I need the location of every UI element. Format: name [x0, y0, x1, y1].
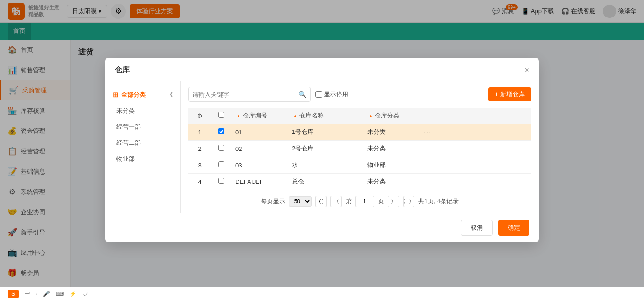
row-actions[interactable]: [419, 141, 531, 157]
modal-body: ⊞ 全部分类 《 未分类 经营一部 经营二部 物业部: [105, 81, 539, 213]
all-categories-header[interactable]: ⊞ 全部分类 《: [105, 87, 180, 103]
all-categories-label: 全部分类: [121, 91, 146, 99]
row-category: 物业部: [363, 157, 419, 174]
row-num: 4: [188, 174, 212, 190]
pagination-next-button[interactable]: 〉: [388, 196, 399, 207]
row-code: DEFAULT: [231, 174, 287, 190]
show-disabled-label: 显示停用: [315, 90, 348, 99]
total-info: 共1页, 4条记录: [418, 197, 459, 206]
modal-close-button[interactable]: ×: [524, 66, 529, 75]
pagination-prev-button[interactable]: 〈: [330, 196, 342, 207]
pagination: 每页显示 50 ⟨⟨ 〈 第 页 〉 〉〉 共1页, 4条记录: [188, 196, 531, 207]
row-name: 2号仓库: [287, 141, 363, 157]
modal-footer: 取消 确定: [105, 213, 539, 242]
category-item-uncategorized[interactable]: 未分类: [105, 103, 180, 119]
warehouse-table: ⚙ ▲ 仓库编号 ▲ 仓库名称: [188, 108, 531, 190]
category-item-ops2[interactable]: 经营二部: [105, 135, 180, 151]
row-actions[interactable]: ···: [419, 124, 531, 141]
row-code: 03: [231, 157, 287, 174]
row-actions[interactable]: [419, 174, 531, 190]
col-header-code: ▲ 仓库编号: [231, 108, 287, 124]
search-input[interactable]: [192, 91, 298, 98]
grid-icon: ⊞: [113, 91, 118, 99]
modal-overlay: 仓库 × ⊞ 全部分类 《 未分类 经营一部 经营二部: [0, 0, 644, 300]
status-zh: 中: [25, 290, 30, 298]
status-shield: 🛡: [82, 291, 88, 297]
row-code: 02: [231, 141, 287, 157]
table-row[interactable]: 2 02 2号仓库 未分类: [188, 141, 531, 157]
row-num: 1: [188, 124, 212, 141]
category-sidebar: ⊞ 全部分类 《 未分类 经营一部 经营二部 物业部: [105, 81, 181, 213]
page-number-input[interactable]: [355, 196, 374, 207]
modal-header: 仓库 ×: [105, 58, 539, 81]
row-num: 3: [188, 157, 212, 174]
col-header-actions: [419, 108, 531, 124]
row-checkbox[interactable]: [212, 157, 231, 174]
page-unit: 页: [378, 197, 384, 206]
category-collapse-icon[interactable]: 《: [167, 91, 173, 99]
status-power: ⚡: [69, 291, 76, 297]
col-header-settings: ⚙: [188, 108, 212, 124]
table-row[interactable]: 1 01 1号仓库 未分类 ···: [188, 124, 531, 141]
category-item-property[interactable]: 物业部: [105, 151, 180, 167]
status-dot: ·: [36, 291, 37, 297]
row-category: 未分类: [363, 174, 419, 190]
status-mic: 🎤: [43, 291, 50, 297]
row-checkbox[interactable]: [212, 174, 231, 190]
select-all-checkbox[interactable]: [218, 112, 224, 118]
row-num: 2: [188, 141, 212, 157]
row-checkbox[interactable]: [212, 141, 231, 157]
col-header-name: ▲ 仓库名称: [287, 108, 363, 124]
show-disabled-checkbox[interactable]: [315, 91, 322, 98]
pagination-first-button[interactable]: ⟨⟨: [315, 196, 327, 207]
sort-icon: ▲: [236, 113, 241, 118]
status-bar: S 中 · 🎤 ⌨ ⚡ 🛡: [0, 287, 644, 300]
table-body: 1 01 1号仓库 未分类 ··· 2 02 2号仓库 未分类 3 03 水 物…: [188, 124, 531, 190]
row-name: 总仓: [287, 174, 363, 190]
col-header-checkbox: [212, 108, 231, 124]
modal-title: 仓库: [115, 65, 130, 75]
row-category: 未分类: [363, 141, 419, 157]
per-page-select[interactable]: 50: [289, 196, 312, 207]
warehouse-modal: 仓库 × ⊞ 全部分类 《 未分类 经营一部 经营二部: [105, 58, 539, 242]
page-label: 第: [346, 197, 352, 206]
settings-icon: ⚙: [197, 112, 203, 119]
confirm-button[interactable]: 确定: [498, 220, 529, 236]
pagination-last-button[interactable]: 〉〉: [403, 196, 414, 207]
status-keyboard: ⌨: [56, 291, 64, 297]
row-code: 01: [231, 124, 287, 141]
add-warehouse-button[interactable]: + 新增仓库: [488, 87, 531, 101]
table-toolbar: 🔍 显示停用 + 新增仓库: [188, 87, 531, 102]
per-page-label: 每页显示: [261, 197, 285, 206]
table-area: 🔍 显示停用 + 新增仓库 ⚙: [181, 81, 539, 213]
sort-icon-cat: ▲: [368, 113, 373, 118]
table-row[interactable]: 4 DEFAULT 总仓 未分类: [188, 174, 531, 190]
row-category: 未分类: [363, 124, 419, 141]
col-header-category: ▲ 仓库分类: [363, 108, 419, 124]
search-input-wrap: 🔍: [188, 87, 311, 102]
row-checkbox[interactable]: [212, 124, 231, 141]
table-row[interactable]: 3 03 水 物业部: [188, 157, 531, 174]
search-icon[interactable]: 🔍: [298, 91, 306, 98]
category-item-ops1[interactable]: 经营一部: [105, 119, 180, 135]
row-name: 1号仓库: [287, 124, 363, 141]
row-actions[interactable]: [419, 157, 531, 174]
sort-icon-name: ▲: [293, 113, 297, 118]
cancel-button[interactable]: 取消: [461, 220, 493, 236]
status-brand-icon: S: [8, 290, 19, 298]
row-name: 水: [287, 157, 363, 174]
